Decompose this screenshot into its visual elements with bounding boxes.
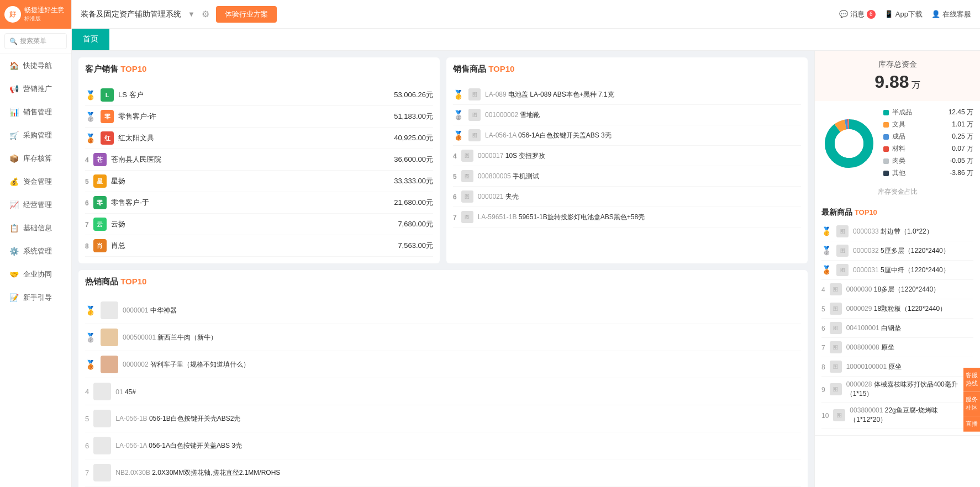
sold-rank-item: 7 图 LA-59651-1B 59651-1B旋转投影灯电池盒ABS黑色+58… <box>453 207 801 227</box>
new-product-code: 0000029 <box>846 305 874 313</box>
search-menu-label: 搜索菜单 <box>20 36 46 46</box>
legend-item: 成品 0.25 万 <box>883 132 973 141</box>
new-products-title: 最新商品 TOP10 <box>821 208 973 218</box>
sold-rank-medal: 🥈 <box>453 110 464 120</box>
hot-product-item: 7 NB2.0X30B 2.0X30MM双搓花轴,搓花直径2.1MM/ROHS <box>85 459 801 486</box>
sold-rank-medal: 6 <box>453 193 457 201</box>
sidebar-item-system-label: 系统管理 <box>23 246 52 256</box>
sold-product-img: 图 <box>468 88 481 100</box>
sidebar-item-inventory-label: 库存核算 <box>23 153 52 163</box>
online-service-button[interactable]: 👤 在线客服 <box>931 9 971 19</box>
sidebar-item-marketing-label: 营销推广 <box>23 84 52 94</box>
hot-product-img <box>93 464 111 481</box>
new-product-rank: 7 <box>821 343 825 352</box>
hot-product-img <box>93 437 111 454</box>
rankings-row: 客户销售 TOP10 🥇 L LS 客户 53,006.26元 🥈 零 零售客户… <box>78 57 808 270</box>
sidebar-item-operation[interactable]: 📈 经营管理 <box>0 193 71 216</box>
rank-name: 零售客户-许 <box>118 112 389 121</box>
new-product-rank: 8 <box>821 363 825 371</box>
sidebar-item-finance[interactable]: 💰 资金管理 <box>0 170 71 193</box>
new-product-item: 🥉 图 0000031 5厘中纤（1220*2440） <box>821 261 973 280</box>
sold-rank-medal: 🥉 <box>453 130 464 141</box>
legend-item: 半成品 12.45 万 <box>883 108 973 117</box>
hot-product-name: 新西兰牛肉（新牛） <box>157 334 217 341</box>
rank-avatar: 肖 <box>93 239 107 252</box>
sidebar-item-operation-label: 经营管理 <box>23 200 52 210</box>
sidebar-item-sales[interactable]: 📊 销售管理 <box>0 100 71 124</box>
service-icon: 👤 <box>931 10 940 18</box>
rank-medal: 7 <box>85 220 89 229</box>
hot-product-code: LA-056-1A <box>115 442 149 449</box>
logo-badge: 标准版 <box>24 15 64 23</box>
sold-rank-item: 5 图 000800005 手机测试 <box>453 166 801 187</box>
message-badge: 6 <box>867 10 876 19</box>
product-sold-list: 🥇 图 LA-089 电池盖 LA-089 ABS本色+黑种 7.1克 🥈 图 … <box>453 84 801 227</box>
legend-name: 成品 <box>892 132 905 141</box>
legend-name: 肉类 <box>892 156 905 166</box>
sold-rank-item: 🥉 图 LA-056-1A 056-1A白色按键开关盖ABS 3壳 <box>453 125 801 146</box>
hot-rank-medal: 4 <box>85 388 89 396</box>
customer-ranking-list: 🥇 L LS 客户 53,006.26元 🥈 零 零售客户-许 51,183.0… <box>85 84 433 257</box>
message-button[interactable]: 💬 消息 6 <box>839 9 876 19</box>
inventory-chart-section: 半成品 12.45 万 文具 1.01 万 成品 0.25 万 材料 0.07 … <box>815 101 980 187</box>
sold-product-img: 图 <box>468 109 481 121</box>
page-tabs: 首页 <box>72 29 980 51</box>
hot-product-img <box>93 383 111 400</box>
settings-icon[interactable]: ⚙ <box>202 9 209 19</box>
customer-rank-item: 8 肖 肖总 7,563.00元 <box>85 235 433 257</box>
dropdown-arrow-icon[interactable]: ▼ <box>188 10 195 18</box>
sidebar-item-guide[interactable]: 📝 新手引导 <box>0 286 71 309</box>
new-product-code: 004100001 <box>846 324 881 332</box>
donut-chart <box>821 116 877 173</box>
new-product-rank: 🥈 <box>821 246 832 256</box>
new-product-item: 8 图 10000100001 原坐 <box>821 357 973 377</box>
legend-dot <box>883 146 889 152</box>
hot-product-item: 🥈 000500001 新西兰牛肉（新牛） <box>85 324 801 351</box>
trial-button[interactable]: 体验行业方案 <box>216 6 277 23</box>
sidebar-item-sales-label: 销售管理 <box>23 107 52 117</box>
hot-rank-medal: 5 <box>85 415 89 423</box>
sidebar-item-inventory[interactable]: 📦 库存核算 <box>0 147 71 170</box>
sidebar-item-basic[interactable]: 📋 基础信息 <box>0 216 71 240</box>
sidebar-search: 🔍 搜索菜单 <box>0 29 71 54</box>
search-menu-button[interactable]: 🔍 搜索菜单 <box>4 33 67 49</box>
sidebar-item-quicknav[interactable]: 🏠 快捷导航 <box>0 54 71 77</box>
tab-home[interactable]: 首页 <box>72 29 109 50</box>
rank-avatar: 零 <box>101 110 114 123</box>
hot-product-img <box>93 410 111 427</box>
new-product-name: 18颗粒板（1220*2440） <box>874 305 946 313</box>
sidebar-item-purchase[interactable]: 🛒 采购管理 <box>0 124 71 147</box>
sidebar-item-enterprise[interactable]: 🤝 企业协同 <box>0 263 71 286</box>
rank-avatar: 苍 <box>93 153 107 166</box>
hot-product-code: 01 <box>115 388 125 396</box>
legend-name: 材料 <box>892 144 905 153</box>
rank-medal: 6 <box>85 199 89 207</box>
hot-product-item: 🥉 0000002 智利车子里（规格不知道填什么） <box>85 351 801 378</box>
hot-product-img <box>101 301 118 319</box>
sold-product-code: LA-089 <box>485 91 508 98</box>
new-product-code: 0000033 <box>853 227 881 235</box>
float-customer-service[interactable]: 客服热线 <box>963 368 980 392</box>
rank-value: 36,600.00元 <box>394 155 433 165</box>
sidebar-item-marketing[interactable]: 📢 营销推广 <box>0 77 71 100</box>
new-product-code: 0000028 <box>846 380 874 388</box>
logo-icon: 好 <box>4 6 21 23</box>
new-product-rank: 10 <box>821 411 829 420</box>
rank-value: 21,680.00元 <box>394 198 433 208</box>
system-title: 装备及固定资产辅助管理系统 <box>81 9 181 19</box>
new-product-code: 003800001 <box>850 406 884 414</box>
sold-product-code: 0000021 <box>478 193 505 200</box>
new-product-name: 5厘多层（1220*2440） <box>881 247 950 255</box>
customer-ranking-title: 客户销售 TOP10 <box>85 64 146 75</box>
legend-dot <box>883 158 889 164</box>
app-download-button[interactable]: 📱 App下载 <box>884 9 923 19</box>
sold-product-code: 000800005 <box>478 172 513 180</box>
sidebar-item-system[interactable]: ⚙️ 系统管理 <box>0 240 71 263</box>
new-product-img: 图 <box>830 283 842 295</box>
new-product-name: 原坐 <box>888 363 902 370</box>
float-live[interactable]: 直播 <box>963 416 980 432</box>
new-product-name: 原坐 <box>881 343 894 351</box>
float-community[interactable]: 服务社区 <box>963 392 980 416</box>
rank-avatar: 星 <box>93 174 107 188</box>
message-icon: 💬 <box>839 10 848 18</box>
